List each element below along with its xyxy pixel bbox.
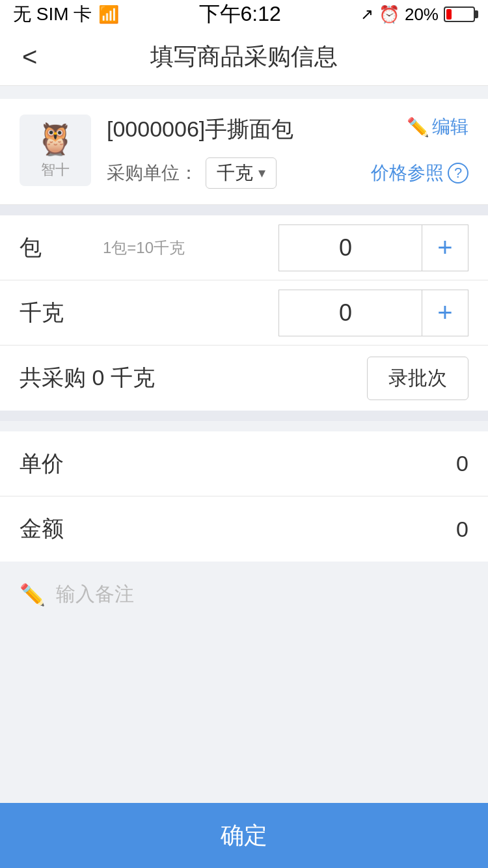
status-bar: 无 SIM 卡 📶 下午6:12 ↗ ⏰ 20% <box>0 0 488 29</box>
notes-section[interactable]: ✏️ 输入备注 <box>0 562 488 627</box>
divider-1 <box>0 205 488 215</box>
kg-plus-button[interactable]: + <box>422 290 468 336</box>
input-section: 包 1包=10千克 + 千克 + <box>0 215 488 346</box>
page-title: 填写商品采购信息 <box>150 41 338 73</box>
price-section: 单价 0 金额 0 <box>0 431 488 562</box>
bag-input-wrapper: + <box>278 224 468 271</box>
amount-label: 金额 <box>20 514 64 544</box>
kg-input[interactable] <box>278 290 422 336</box>
unit-price-label: 单价 <box>20 449 64 479</box>
unit-value: 千克 <box>217 161 253 185</box>
amount-row: 金额 0 <box>0 496 488 562</box>
battery-percent: 20% <box>405 5 439 25</box>
price-ref-button[interactable]: 价格参照 ? <box>371 161 468 185</box>
confirm-button-label: 确定 <box>221 820 267 852</box>
alarm-icon: ⏰ <box>379 5 400 25</box>
product-image: 🦉 智十 <box>20 115 91 186</box>
product-name: [0000006]手撕面包 <box>107 115 407 144</box>
kg-input-wrapper: + <box>278 290 468 336</box>
price-ref-label: 价格参照 <box>371 161 444 185</box>
info-icon: ? <box>448 163 468 183</box>
unit-price-value: 0 <box>456 451 468 476</box>
product-image-label: 智十 <box>41 160 70 180</box>
bag-input[interactable] <box>278 224 422 271</box>
amount-value: 0 <box>456 517 468 542</box>
unit-price-row: 单价 0 <box>0 431 488 496</box>
notes-placeholder: 输入备注 <box>56 581 134 608</box>
carrier-label: 无 SIM 卡 <box>13 2 92 27</box>
unit-label: 采购单位： <box>107 161 198 185</box>
pencil-icon: ✏️ <box>20 582 46 607</box>
divider-2 <box>0 411 488 421</box>
record-batch-button[interactable]: 录批次 <box>367 357 468 400</box>
unit-selector[interactable]: 千克 ▾ <box>206 157 277 189</box>
battery-icon <box>444 7 475 22</box>
kg-input-row: 千克 + <box>0 280 488 346</box>
total-label: 共采购 0 千克 <box>20 363 155 393</box>
bag-input-row: 包 1包=10千克 + <box>0 215 488 280</box>
kg-label: 千克 <box>20 298 98 328</box>
edit-button[interactable]: ✏️ 编辑 <box>407 115 468 139</box>
product-name-row: [0000006]手撕面包 ✏️ 编辑 <box>107 115 468 144</box>
edit-icon: ✏️ <box>407 116 429 138</box>
product-card: 🦉 智十 [0000006]手撕面包 ✏️ 编辑 采购单位： 千克 ▾ 价格参照… <box>0 99 488 205</box>
nav-bar: < 填写商品采购信息 <box>0 29 488 86</box>
bag-plus-button[interactable]: + <box>422 224 468 271</box>
total-row: 共采购 0 千克 录批次 <box>0 346 488 411</box>
bag-label: 包 <box>20 233 98 263</box>
status-bar-time: 下午6:12 <box>199 0 281 29</box>
product-info: [0000006]手撕面包 ✏️ 编辑 采购单位： 千克 ▾ 价格参照 ? <box>107 115 468 189</box>
product-owl-icon: 🦉 <box>36 121 75 157</box>
unit-row: 采购单位： 千克 ▾ 价格参照 ? <box>107 157 468 189</box>
bag-sub-label: 1包=10千克 <box>103 237 185 258</box>
chevron-down-icon: ▾ <box>258 165 265 182</box>
back-button[interactable]: < <box>16 36 44 78</box>
wifi-icon: 📶 <box>98 5 119 25</box>
status-bar-left: 无 SIM 卡 📶 <box>13 2 119 27</box>
location-icon: ↗ <box>360 5 373 23</box>
confirm-button[interactable]: 确定 <box>0 803 488 868</box>
status-bar-right: ↗ ⏰ 20% <box>360 5 475 25</box>
